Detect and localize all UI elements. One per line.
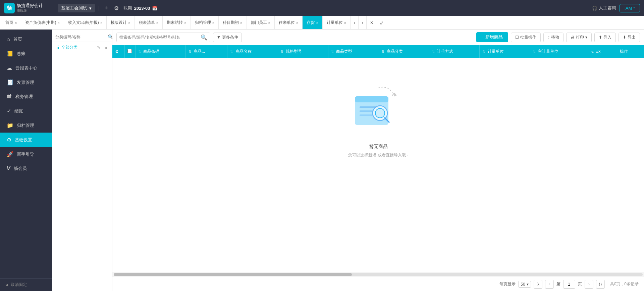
sidebar-bottom-label: 取消固定: [11, 282, 27, 288]
add-product-button[interactable]: + 新增商品: [476, 32, 508, 42]
cloud-icon: ☁: [7, 65, 12, 71]
category-search-input[interactable]: [55, 35, 106, 39]
sidebar-item-reports[interactable]: ☁ 云报表中心: [0, 61, 52, 75]
th-settings[interactable]: ⚙: [112, 45, 124, 58]
th-price-method[interactable]: ⇅ 计价方式: [429, 45, 479, 58]
tab-home[interactable]: 首页 ×: [1, 16, 21, 30]
tab-expand-button[interactable]: ⤢: [377, 16, 387, 30]
help-button[interactable]: 🎧 人工咨询: [592, 5, 616, 11]
period-value[interactable]: 2023-03: [134, 6, 150, 11]
th-checkbox[interactable]: [124, 45, 135, 58]
th-barcode[interactable]: ⇅ 商品条码: [135, 45, 185, 58]
tab-period-end[interactable]: 期末结转 ×: [163, 16, 191, 30]
product-panel: 🔍 ▼ 更多条件 + 新增商品 ☐ 批量操作: [112, 30, 644, 291]
export-button[interactable]: ⬇ 导出: [619, 33, 640, 42]
tab-partner-close[interactable]: ×: [296, 21, 298, 25]
tab-home-close[interactable]: ×: [15, 21, 17, 25]
page-last-button[interactable]: ⟩⟩: [596, 280, 605, 289]
tab-dept-staff-close[interactable]: ×: [268, 21, 270, 25]
th-spec[interactable]: ⇅ 规格型号: [278, 45, 328, 58]
sidebar-tax-label: 税务管理: [15, 94, 33, 100]
filter-button[interactable]: ▼ 更多条件: [213, 33, 242, 42]
tab-dept-staff[interactable]: 部门员工 ×: [247, 16, 275, 30]
tab-unit-close[interactable]: ×: [344, 21, 346, 25]
th-main-unit-label: 主计量单位: [538, 49, 558, 54]
tab-income[interactable]: 收入支出表(年报) ×: [64, 16, 107, 30]
tab-balance-label: 资产负债表(中期): [25, 20, 56, 26]
th-type-label: 商品类型: [336, 49, 352, 54]
company-selector[interactable]: 基层工会测试 ▾: [58, 4, 95, 12]
th-unit[interactable]: ⇅ 计量单位: [480, 45, 530, 58]
account-button[interactable]: iAM *: [620, 4, 640, 12]
sidebar-item-basic-settings[interactable]: ⚙ 基础设置: [0, 133, 52, 147]
product-table-wrapper: ⚙ ⇅ 商品条码 ⇅: [112, 45, 644, 272]
sidebar-item-member[interactable]: V 畅会员: [0, 161, 52, 176]
tab-archive[interactable]: 归档管理 ×: [191, 16, 219, 30]
sort-icon: ⇅: [230, 50, 233, 53]
svg-rect-3: [355, 96, 388, 102]
tab-template[interactable]: 模版设计 ×: [107, 16, 135, 30]
print-icon: 🖨: [571, 35, 575, 40]
add-workspace-button[interactable]: +: [103, 5, 109, 12]
th-category[interactable]: ⇅ 商品分类: [379, 45, 429, 58]
sort-icon: ⇅: [533, 50, 536, 53]
tab-period-end-close[interactable]: ×: [184, 21, 186, 25]
print-button[interactable]: 🖨 打印 ▾: [566, 33, 592, 42]
tab-income-close[interactable]: ×: [100, 21, 102, 25]
tab-scroll-right-button[interactable]: ›: [359, 16, 367, 30]
tab-unit-label: 计量单位: [327, 20, 343, 26]
horizontal-scrollbar[interactable]: [112, 272, 644, 277]
sidebar-item-ledger[interactable]: 📒 总账: [0, 46, 52, 61]
product-search-icon[interactable]: 🔍: [201, 34, 207, 41]
tab-template-close[interactable]: ×: [128, 21, 130, 25]
category-search-area: 🔍: [52, 32, 112, 42]
page-prev-button[interactable]: ‹: [545, 280, 554, 289]
tab-unit[interactable]: 计量单位 ×: [323, 16, 351, 30]
calendar-icon[interactable]: 📅: [152, 6, 157, 11]
sidebar-item-invoice[interactable]: 🧾 发票管理: [0, 75, 52, 90]
select-all-checkbox[interactable]: [127, 49, 132, 53]
th-extra[interactable]: ⇅ ≡3: [588, 45, 617, 58]
tab-tax[interactable]: 税表清单 ×: [135, 16, 163, 30]
scroll-thumb[interactable]: [114, 273, 352, 276]
category-all[interactable]: ⠿ 全部分类 ✎ ◄: [52, 42, 112, 53]
page-size-select[interactable]: 50 ▾: [518, 281, 531, 288]
sidebar-item-home[interactable]: ⌂ 首页: [0, 32, 52, 46]
tab-inventory-close[interactable]: ×: [316, 21, 318, 25]
sidebar-collapse-button[interactable]: ◄ 取消固定: [0, 278, 52, 291]
collapse-category-button[interactable]: ◄: [103, 45, 108, 50]
tab-scroll-left-button[interactable]: ‹: [351, 16, 359, 30]
th-type[interactable]: ⇅ 商品类型: [328, 45, 379, 58]
import-button[interactable]: ⬆ 导入: [594, 33, 616, 42]
sort-icon: ⇅: [189, 50, 191, 53]
page-number-input[interactable]: [563, 280, 575, 289]
tab-balance-close[interactable]: ×: [57, 21, 59, 25]
tab-subject-init-close[interactable]: ×: [240, 21, 242, 25]
batch-ops-button[interactable]: ☐ 批量操作: [511, 33, 541, 42]
sidebar-item-settle[interactable]: ✓ 结账: [0, 104, 52, 118]
guide-icon: 🚀: [7, 151, 13, 157]
tab-close-all-button[interactable]: ×: [367, 16, 377, 30]
page-first-button[interactable]: ⟨⟨: [534, 280, 542, 289]
product-search-input[interactable]: [119, 35, 199, 40]
move-button[interactable]: ↕ 移动: [543, 33, 564, 42]
th-name[interactable]: ⇅ 商品名称: [227, 45, 278, 58]
th-code[interactable]: ⇅ 商品...: [185, 45, 227, 58]
page-next-button[interactable]: ›: [585, 280, 593, 289]
tab-inventory-label: 存货: [307, 20, 315, 26]
sidebar-item-archive[interactable]: 📁 归档管理: [0, 118, 52, 133]
settings-icon[interactable]: ⚙: [113, 5, 120, 11]
scroll-track: [114, 273, 643, 276]
app-name: 畅捷通好会计: [17, 3, 43, 8]
sidebar-item-tax[interactable]: 🏛 税务管理: [0, 90, 52, 104]
tab-subject-init[interactable]: 科目期初 ×: [219, 16, 247, 30]
tab-balance[interactable]: 资产负债表(中期) ×: [21, 16, 64, 30]
th-main-unit[interactable]: ⇅ 主计量单位: [530, 45, 588, 58]
tab-partner[interactable]: 往来单位 ×: [275, 16, 303, 30]
edit-icon[interactable]: ✎: [97, 45, 101, 50]
sidebar-item-guide[interactable]: 🚀 新手引导: [0, 147, 52, 161]
tab-inventory[interactable]: 存货 ×: [303, 16, 322, 30]
sidebar-home-label: 首页: [13, 36, 22, 42]
tab-tax-close[interactable]: ×: [156, 21, 158, 25]
tab-archive-close[interactable]: ×: [212, 21, 214, 25]
